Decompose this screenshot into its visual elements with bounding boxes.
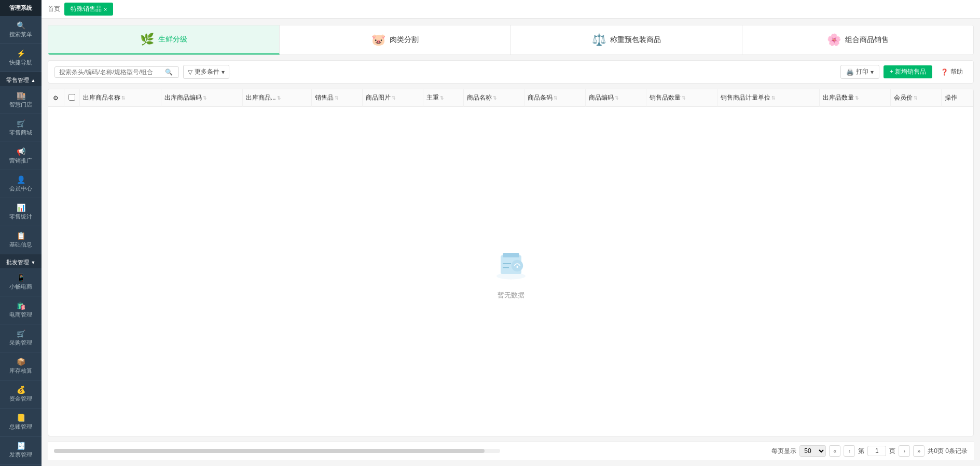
cat-tab-weigh[interactable]: ⚖️ 称重预包装商品 <box>511 25 742 54</box>
cat-tab-combo[interactable]: 🌸 组合商品销售 <box>742 25 973 54</box>
sidebar-item-ledger[interactable]: 📒 总账管理 <box>0 408 42 436</box>
purchase-icon: 🛒 <box>17 330 25 338</box>
sidebar-item-label: 会员中心 <box>9 185 32 193</box>
cat-tab-label: 组合商品销售 <box>845 35 889 45</box>
col-member-price: 会员价⇅ <box>891 89 942 107</box>
per-page-label: 每页显示 <box>771 447 796 456</box>
next-page-button[interactable]: › <box>899 445 910 457</box>
sidebar-item-search[interactable]: 🔍 搜索菜单 <box>0 16 42 44</box>
select-all-checkbox[interactable] <box>68 94 75 101</box>
stats-icon: 📊 <box>17 203 25 212</box>
search-icon: 🔍 <box>165 68 173 76</box>
col-out-code: 出库商品编码⇅ <box>161 89 242 107</box>
cat-tab-label: 生鲜分级 <box>158 35 187 44</box>
filter-label: 更多条件 <box>195 67 219 76</box>
bottom-bar: 每页显示 50 10 20 100 « ‹ 第 页 › » 共0页 0条记录 <box>48 442 974 460</box>
sidebar-item-label: 快捷导航 <box>9 59 32 66</box>
home-link[interactable]: 首页 <box>48 5 60 13</box>
sidebar-item-finance[interactable]: 💰 资金管理 <box>0 380 42 408</box>
sidebar-item-retail-stats[interactable]: 📊 零售统计 <box>0 198 42 226</box>
cat-tab-fresh[interactable]: 🌿 生鲜分级 <box>48 25 280 54</box>
sidebar-item-label: 搜索菜单 <box>9 31 32 38</box>
page-number-input[interactable] <box>867 446 886 456</box>
col-sku: 商品编码⇅ <box>585 89 646 107</box>
sidebar-item-inventory[interactable]: 📦 库存核算 <box>0 352 42 380</box>
page-label-post: 页 <box>889 447 895 456</box>
filter-icon: ▽ <box>188 68 192 76</box>
empty-text: 暂无数据 <box>498 291 524 300</box>
col-sale-unit: 销售商品计量单位⇅ <box>717 89 820 107</box>
help-button[interactable]: ❓ 帮助 <box>936 65 967 78</box>
sidebar-item-purchase[interactable]: 🛒 采购管理 <box>0 324 42 352</box>
cat-tab-label: 称重预包装商品 <box>610 35 661 45</box>
col-sale-item: 销售品⇅ <box>312 89 363 107</box>
search-icon: 🔍 <box>17 21 25 30</box>
sidebar-item-retail-mall[interactable]: 🛒 零售商城 <box>0 114 42 142</box>
sidebar-section-retail[interactable]: 零售管理 ▲ <box>0 72 42 86</box>
print-label: 打印 <box>856 67 868 76</box>
total-label: 共0页 0条记录 <box>928 447 968 456</box>
member-icon: 👤 <box>17 175 25 184</box>
print-button[interactable]: 🖨️ 打印 ▾ <box>840 65 879 79</box>
horizontal-scrollbar[interactable] <box>54 449 500 453</box>
filter-button[interactable]: ▽ 更多条件 ▾ <box>183 65 229 79</box>
table-header-row: ⚙ 出库商品名称⇅ 出库商品编码⇅ 出库商品...⇅ 销售品⇅ 商品图片⇅ 主重… <box>48 89 973 107</box>
sidebar-item-label: 小畅电商 <box>9 283 32 291</box>
sidebar-item-label: 库存核算 <box>9 367 32 375</box>
sidebar-item-mini-shop[interactable]: 📱 小畅电商 <box>0 268 42 296</box>
sidebar-item-member[interactable]: 👤 会员中心 <box>0 170 42 198</box>
col-action: 操作 <box>941 89 973 107</box>
pagination: 每页显示 50 10 20 100 « ‹ 第 页 › » 共0页 0条记录 <box>771 445 968 457</box>
sidebar-item-invoice[interactable]: 🧾 发票管理 <box>0 436 42 464</box>
weigh-icon: ⚖️ <box>592 33 606 47</box>
sidebar-item-label: 发票管理 <box>9 451 32 459</box>
fresh-icon: 🌿 <box>140 33 154 46</box>
sidebar-item-ecom[interactable]: 🛍️ 电商管理 <box>0 296 42 324</box>
sidebar-section-label: 批发管理 <box>6 258 29 266</box>
col-image: 商品图片⇅ <box>363 89 423 107</box>
sidebar: 管理系统 🔍 搜索菜单 ⚡ 快捷导航 零售管理 ▲ 🏬 智慧门店 🛒 零售商城 … <box>0 0 42 466</box>
sidebar-item-label: 总账管理 <box>9 423 32 431</box>
col-out-qty: 出库品数量⇅ <box>820 89 891 107</box>
active-tab-label: 特殊销售品 <box>71 5 102 13</box>
sidebar-section-label: 零售管理 <box>6 76 29 84</box>
new-button[interactable]: + 新增销售品 <box>884 65 932 78</box>
ledger-icon: 📒 <box>17 414 25 422</box>
invoice-icon: 🧾 <box>17 442 25 450</box>
cat-tab-meat[interactable]: 🐷 肉类分割 <box>280 25 511 54</box>
sidebar-item-label: 基础信息 <box>9 241 32 249</box>
prev-page-button[interactable]: ‹ <box>844 445 855 457</box>
col-checkbox <box>64 89 79 107</box>
toolbar: 🔍 ▽ 更多条件 ▾ 🖨️ 打印 ▾ + 新增销售品 ❓ 帮助 <box>48 60 974 84</box>
sidebar-item-label: 电商管理 <box>9 311 32 319</box>
col-weight: 主重⇅ <box>423 89 464 107</box>
sidebar-item-label: 资金管理 <box>9 395 32 403</box>
sidebar-item-quick-nav[interactable]: ⚡ 快捷导航 <box>0 44 42 72</box>
settings-icon[interactable]: ⚙ <box>53 94 59 102</box>
lightning-icon: ⚡ <box>17 49 25 58</box>
sidebar-item-promo[interactable]: 📢 营销推广 <box>0 142 42 170</box>
help-icon: ❓ <box>941 68 948 76</box>
empty-state: 暂无数据 <box>48 107 973 436</box>
sidebar-item-basic-info[interactable]: 📋 基础信息 <box>0 226 42 254</box>
sidebar-section-wholesale[interactable]: 批发管理 ▼ <box>0 254 42 268</box>
combo-icon: 🌸 <box>827 33 841 47</box>
close-tab-icon[interactable]: × <box>104 6 107 12</box>
col-sale-qty: 销售品数量⇅ <box>646 89 717 107</box>
topbar: 首页 特殊销售品 × <box>42 0 980 19</box>
main-area: 首页 特殊销售品 × 🌿 生鲜分级 🐷 肉类分割 ⚖️ 称重预包装商品 🌸 组合… <box>42 0 980 466</box>
col-out-name: 出库商品名称⇅ <box>79 89 161 107</box>
info-icon: 📋 <box>17 231 25 240</box>
search-input[interactable] <box>59 68 163 76</box>
sidebar-item-smart-store[interactable]: 🏬 智慧门店 <box>0 86 42 114</box>
first-page-button[interactable]: « <box>829 445 840 457</box>
sidebar-item-label: 智慧门店 <box>9 101 32 108</box>
active-tab[interactable]: 特殊销售品 × <box>64 3 113 16</box>
finance-icon: 💰 <box>17 386 25 394</box>
promo-icon: 📢 <box>17 147 25 156</box>
sidebar-item-label: 营销推广 <box>9 157 32 165</box>
last-page-button[interactable]: » <box>913 445 924 457</box>
sidebar-item-label: 零售统计 <box>9 213 32 221</box>
page-label-pre: 第 <box>858 447 864 456</box>
per-page-select[interactable]: 50 10 20 100 <box>799 445 826 457</box>
